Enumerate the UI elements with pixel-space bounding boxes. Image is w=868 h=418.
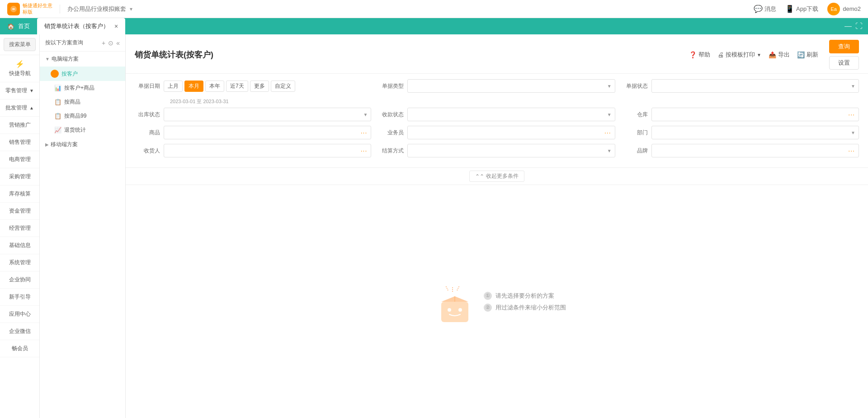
sidebar-item-wholesale[interactable]: 批发管理 ▲ bbox=[0, 100, 39, 117]
department-label: 部门 bbox=[623, 129, 648, 137]
header-dropdown[interactable]: ▾ bbox=[130, 6, 132, 12]
date-btn-custom[interactable]: 自定义 bbox=[271, 81, 295, 92]
department-control[interactable]: ▼ bbox=[651, 126, 859, 139]
collapse-up-icon: ⌃⌃ bbox=[475, 173, 484, 180]
sidebar-item-shortcut[interactable]: ⚡ 快捷导航 bbox=[0, 55, 39, 82]
receiver-control[interactable]: ··· bbox=[164, 144, 371, 157]
salesman-control[interactable]: ··· bbox=[407, 126, 615, 139]
tab-current[interactable]: 销货单统计表（按客户） × bbox=[37, 18, 125, 34]
salesman-dots-input[interactable]: ··· bbox=[407, 126, 615, 139]
tab-home[interactable]: 🏠 首页 bbox=[0, 18, 37, 34]
search-menu-button[interactable]: 搜索菜单 bbox=[4, 38, 36, 51]
header-right: 💬 消息 📱 App下载 Ea demo2 bbox=[754, 3, 861, 15]
template-print-button[interactable]: 🖨 按模板打印 ▼ bbox=[717, 51, 761, 59]
tab-minimize-icon[interactable]: — bbox=[844, 22, 852, 30]
empty-state: ① 请先选择要分析的方案 ② 用过滤条件来缩小分析范围 bbox=[126, 185, 868, 418]
scheme-item-customer[interactable]: 户 按客户 bbox=[40, 66, 125, 81]
header-left: 畅捷通好生意 标版 办公用品行业模拟账套 ▾ bbox=[7, 3, 132, 15]
svg-point-4 bbox=[458, 308, 462, 312]
bill-type-label: 单据类型 bbox=[378, 82, 404, 90]
date-btn-last-month[interactable]: 上月 bbox=[164, 81, 183, 92]
settlement-control[interactable]: ▼ bbox=[407, 144, 615, 157]
brand-control[interactable]: ··· bbox=[651, 144, 859, 157]
bill-status-control[interactable]: ▼ bbox=[651, 79, 859, 93]
sidebar-item-basic[interactable]: 基础信息 bbox=[0, 237, 39, 254]
tab-expand-icon[interactable]: ⛶ bbox=[855, 22, 863, 30]
goods-dots-input[interactable]: ··· bbox=[164, 126, 371, 139]
salesman-dots-icon: ··· bbox=[604, 129, 611, 136]
bill-status-select[interactable] bbox=[651, 79, 859, 93]
sidebar-item-appcenter[interactable]: 应用中心 bbox=[0, 306, 39, 323]
scheme-group-mobile-title[interactable]: ▶ 移动端方案 bbox=[40, 137, 125, 152]
chevron-down-icon: ▼ bbox=[45, 57, 50, 62]
filter-bill-type: 单据类型 ▼ bbox=[378, 79, 615, 93]
scheme-item-goods[interactable]: 📋 按商品 bbox=[40, 95, 125, 109]
date-label: 单据日期 bbox=[135, 82, 160, 90]
scheme-item-return[interactable]: 📈 退货统计 bbox=[40, 123, 125, 137]
date-btn-this-month[interactable]: 本月 bbox=[184, 81, 203, 92]
receiver-dots-input[interactable]: ··· bbox=[164, 144, 371, 157]
sidebar-item-operation[interactable]: 经营管理 bbox=[0, 220, 39, 237]
bill-type-select[interactable] bbox=[407, 79, 615, 93]
logo-area: 畅捷通好生意 标版 bbox=[7, 3, 52, 15]
sidebar-item-retail[interactable]: 零售管理 ▼ bbox=[0, 82, 39, 100]
collapse-button[interactable]: ⌃⌃ 收起更多条件 bbox=[469, 171, 524, 182]
out-status-select[interactable] bbox=[164, 108, 371, 121]
warehouse-control[interactable]: ··· bbox=[651, 108, 859, 121]
sidebar-item-sales[interactable]: 销售管理 bbox=[0, 134, 39, 151]
scheme-item-goods99[interactable]: 📋 按商品99 bbox=[40, 109, 125, 123]
brand-dots-input[interactable]: ··· bbox=[651, 144, 859, 157]
chevron-down-icon: ▼ bbox=[29, 88, 34, 93]
app-download-action[interactable]: 📱 App下载 bbox=[785, 5, 818, 13]
receipt-status-select[interactable] bbox=[407, 108, 615, 121]
sidebar-item-marketing[interactable]: 营销推广 bbox=[0, 117, 39, 134]
filter-settlement: 结算方式 ▼ bbox=[378, 144, 615, 157]
home-icon: 🏠 bbox=[7, 23, 14, 30]
warehouse-label: 仓库 bbox=[623, 111, 648, 119]
message-action[interactable]: 💬 消息 bbox=[754, 5, 776, 13]
collapse-scheme-icon[interactable]: « bbox=[116, 39, 120, 47]
svg-rect-1 bbox=[441, 302, 468, 322]
sidebar-item-finance[interactable]: 资金管理 bbox=[0, 203, 39, 220]
settlement-select[interactable] bbox=[407, 144, 615, 157]
sidebar-item-wechat[interactable]: 企业微信 bbox=[0, 323, 39, 340]
out-status-label: 出库状态 bbox=[135, 111, 160, 119]
bill-type-control[interactable]: ▼ bbox=[407, 79, 615, 93]
sidebar-item-member[interactable]: 畅会员 bbox=[0, 340, 39, 357]
tab-close-icon[interactable]: × bbox=[114, 23, 118, 30]
out-status-control[interactable]: ▼ bbox=[164, 108, 371, 121]
department-select[interactable] bbox=[651, 126, 859, 139]
empty-tips: ① 请先选择要分析的方案 ② 用过滤条件来缩小分析范围 bbox=[484, 292, 566, 312]
user-action[interactable]: Ea demo2 bbox=[827, 3, 861, 15]
brand-dots-icon: ··· bbox=[848, 147, 855, 154]
scheme-item-customer-goods[interactable]: 📊 按客户+商品 bbox=[40, 81, 125, 95]
filter-receipt-status: 收款状态 ▼ bbox=[378, 108, 615, 121]
sidebar-item-system[interactable]: 系统管理 bbox=[0, 254, 39, 271]
goods-control[interactable]: ··· bbox=[164, 126, 371, 139]
export-button[interactable]: 📤 导出 bbox=[769, 51, 790, 59]
sidebar-item-purchase[interactable]: 采购管理 bbox=[0, 168, 39, 185]
tab-bar-right: — ⛶ bbox=[844, 22, 868, 30]
refresh-button[interactable]: 🔄 刷新 bbox=[797, 51, 818, 59]
warehouse-dots-input[interactable]: ··· bbox=[651, 108, 859, 121]
date-control: 上月 本月 本年 近7天 更多 自定义 bbox=[164, 81, 371, 92]
scheme-group-desktop-title[interactable]: ▼ 电脑端方案 bbox=[40, 52, 125, 66]
sidebar-item-enterprise[interactable]: 企业协同 bbox=[0, 271, 39, 289]
logo-icon bbox=[7, 3, 20, 15]
date-btn-more[interactable]: 更多 bbox=[250, 81, 269, 92]
settings-button[interactable]: 设置 bbox=[829, 56, 859, 70]
sidebar-item-ecommerce[interactable]: 电商管理 bbox=[0, 151, 39, 168]
edit-scheme-icon[interactable]: ⊙ bbox=[108, 39, 113, 47]
add-scheme-icon[interactable]: + bbox=[102, 39, 105, 47]
date-btn-7days[interactable]: 近7天 bbox=[226, 81, 248, 92]
query-button[interactable]: 查询 bbox=[829, 40, 859, 53]
receipt-status-control[interactable]: ▼ bbox=[407, 108, 615, 121]
chart2-icon: 📈 bbox=[54, 127, 61, 133]
scheme-header: 按以下方案查询 + ⊙ « bbox=[40, 34, 125, 52]
sidebar-item-newguide[interactable]: 新手引导 bbox=[0, 289, 39, 306]
sidebar-item-inventory[interactable]: 库存核算 bbox=[0, 185, 39, 203]
export-icon: 📤 bbox=[769, 51, 776, 58]
help-button[interactable]: ❓ 帮助 bbox=[689, 51, 710, 59]
filter-bill-status: 单据状态 ▼ bbox=[623, 79, 859, 93]
date-btn-this-year[interactable]: 本年 bbox=[205, 81, 224, 92]
